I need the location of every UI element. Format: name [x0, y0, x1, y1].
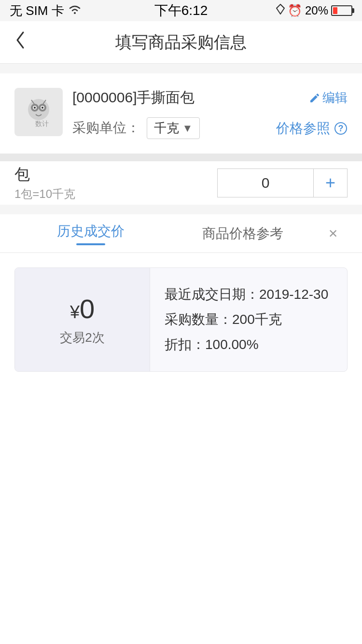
purchase-qty-row: 采购数量：200千克 [165, 310, 333, 329]
battery-percent: 20% [305, 4, 328, 17]
close-tab-button[interactable]: × [319, 224, 348, 242]
quantity-controls: 0 + [217, 168, 348, 197]
product-name-row: [0000006]手撕面包 编辑 [72, 88, 348, 108]
unit-label-group: 采购单位： 千克 ▼ [72, 117, 200, 139]
tab-history-price[interactable]: 历史成交价 [14, 214, 167, 252]
product-image: 数计 [14, 88, 63, 136]
svg-point-1 [28, 99, 49, 120]
svg-line-0 [280, 4, 284, 8]
history-card: ¥0 交易2次 最近成交日期：2019-12-30 采购数量：200千克 折扣：… [14, 267, 348, 372]
quantity-label: 包 1包=10千克 [14, 164, 75, 202]
svg-text:?: ? [338, 124, 344, 133]
price-amount: ¥0 [70, 293, 95, 324]
status-bar: 无 SIM 卡 下午6:12 ⏰ 20% [0, 0, 362, 21]
tab-product-price-ref[interactable]: 商品价格参考 [167, 214, 319, 252]
tab-active-indicator [76, 243, 105, 245]
svg-point-6 [34, 107, 36, 109]
back-button[interactable] [10, 26, 31, 59]
tabs-header: 历史成交价 商品价格参考 × [0, 214, 362, 253]
bottom-area [0, 386, 362, 644]
recent-date-row: 最近成交日期：2019-12-30 [165, 285, 333, 304]
quantity-row: 包 1包=10千克 0 + [0, 161, 362, 205]
alarm-icon: ⏰ [288, 4, 302, 17]
quantity-input[interactable]: 0 [217, 168, 314, 197]
price-section: ¥0 交易2次 [15, 268, 150, 371]
product-card: 数计 [0000006]手撕面包 编辑 采购单位： 千克 ▼ [0, 73, 362, 154]
tabs-section: 历史成交价 商品价格参考 × ¥0 交易2次 最近成交日期：2019-12-30 [0, 214, 362, 386]
quantity-plus-button[interactable]: + [314, 168, 348, 197]
svg-text:数计: 数计 [35, 120, 49, 127]
history-content: ¥0 交易2次 最近成交日期：2019-12-30 采购数量：200千克 折扣：… [0, 253, 362, 386]
page-title: 填写商品采购信息 [115, 31, 247, 54]
details-section: 最近成交日期：2019-12-30 采购数量：200千克 折扣：100.00% [150, 268, 347, 371]
header: 填写商品采购信息 [0, 21, 362, 64]
edit-button[interactable]: 编辑 [309, 89, 348, 106]
unit-selector[interactable]: 千克 ▼ [147, 117, 200, 139]
product-info: [0000006]手撕面包 编辑 采购单位： 千克 ▼ 价格参照 [72, 88, 348, 139]
status-right: ⏰ 20% [276, 4, 352, 17]
status-time: 下午6:12 [154, 1, 208, 20]
trade-count: 交易2次 [60, 329, 104, 346]
section-divider [0, 154, 362, 161]
product-name: [0000006]手撕面包 [72, 88, 195, 108]
wifi-icon [68, 3, 82, 18]
svg-point-7 [42, 107, 43, 109]
price-reference-button[interactable]: 价格参照 ? [276, 119, 348, 138]
dropdown-arrow-icon: ▼ [182, 122, 193, 135]
carrier-text: 无 SIM 卡 [10, 2, 64, 19]
location-icon [276, 4, 285, 17]
discount-row: 折扣：100.00% [165, 336, 333, 354]
status-left: 无 SIM 卡 [10, 2, 82, 19]
battery-icon [331, 5, 352, 16]
purchase-unit-row: 采购单位： 千克 ▼ 价格参照 ? [72, 117, 348, 139]
